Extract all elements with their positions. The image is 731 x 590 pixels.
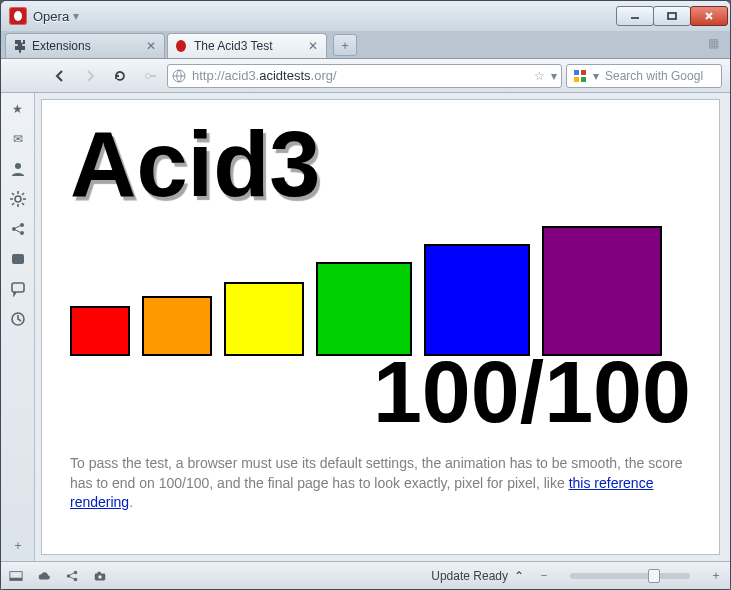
url-sub: acid3. [225,68,260,83]
svg-rect-9 [574,70,579,75]
svg-point-24 [20,223,24,227]
titlebar: Opera ▾ [1,1,730,31]
svg-point-0 [14,11,22,21]
acid3-bar-red [70,306,130,356]
globe-icon [172,69,186,83]
svg-line-37 [70,576,74,578]
tab-label: Extensions [32,39,138,53]
acid3-bar-purple [542,226,662,356]
svg-point-6 [146,73,151,78]
new-tab-button[interactable]: ＋ [333,34,357,56]
search-placeholder: Search with Googl [605,69,715,83]
side-rail: ★ ✉ ＋ [1,93,35,561]
app-window: Opera ▾ Extensions ✕ The Acid3 Test ✕ ＋ … [0,0,731,590]
zoom-in-icon[interactable]: ＋ [710,567,722,584]
tab-close-icon[interactable]: ✕ [144,39,158,53]
app-title: Opera [33,9,69,24]
minimize-button[interactable] [616,6,654,26]
close-button[interactable] [690,6,728,26]
wand-button[interactable] [137,63,163,89]
svg-point-25 [20,231,24,235]
svg-rect-28 [12,254,24,264]
zoom-slider[interactable] [570,573,690,579]
tab-strip: Extensions ✕ The Acid3 Test ✕ ＋ ▦ [1,31,730,59]
svg-line-20 [22,203,24,205]
svg-rect-40 [97,571,101,574]
app-menu-chevron-icon[interactable]: ▾ [73,9,79,23]
page-viewport: Acid3 100/100 To pass the test, a browse… [41,99,720,555]
svg-point-34 [74,570,78,574]
update-ready[interactable]: Update Ready ⌃ [431,569,524,583]
svg-rect-29 [12,283,24,292]
svg-line-22 [12,203,14,205]
svg-rect-32 [10,577,22,580]
url-scheme: http:// [192,68,225,83]
sync-icon[interactable] [65,569,79,583]
reload-button[interactable] [107,63,133,89]
puzzle-icon [12,39,26,53]
back-button[interactable] [47,63,73,89]
opera-app-icon[interactable] [9,7,27,25]
acid3-bar-blue [424,244,530,356]
svg-rect-2 [668,13,676,19]
acid3-page: Acid3 100/100 To pass the test, a browse… [42,100,719,523]
search-box[interactable]: ▾ Search with Googl [566,64,722,88]
add-panel-icon[interactable]: ＋ [10,537,26,553]
tab-acid3[interactable]: The Acid3 Test ✕ [167,33,327,58]
star-icon[interactable]: ★ [10,101,26,117]
mail-icon[interactable]: ✉ [10,131,26,147]
navbar: http://acid3.acidtests.org/ ☆ ▾ ▾ Search… [1,59,730,93]
history-icon[interactable] [10,311,26,327]
address-url: http://acid3.acidtests.org/ [192,68,528,83]
zoom-thumb[interactable] [648,569,660,583]
svg-rect-7 [150,75,156,77]
note-icon[interactable] [10,251,26,267]
svg-line-26 [15,226,20,229]
svg-line-21 [22,193,24,195]
svg-rect-10 [581,70,586,75]
svg-line-27 [15,230,20,233]
svg-point-39 [98,575,102,579]
camera-icon[interactable] [93,569,107,583]
share-icon[interactable] [10,221,26,237]
svg-rect-11 [574,77,579,82]
url-tld: .org/ [311,68,337,83]
panel-toggle-icon[interactable]: ▦ [700,30,726,56]
blurb-post: . [129,494,133,510]
window-controls [617,6,728,26]
update-ready-label: Update Ready [431,569,508,583]
panel-toggle-bottom-icon[interactable] [9,569,23,583]
address-bar[interactable]: http://acid3.acidtests.org/ ☆ ▾ [167,64,562,88]
body: ★ ✉ ＋ Acid3 [1,93,730,561]
tab-close-icon[interactable]: ✕ [306,39,320,53]
google-icon [573,69,587,83]
tab-extensions[interactable]: Extensions ✕ [5,33,165,58]
zoom-out-icon[interactable]: － [538,567,550,584]
tab-label: The Acid3 Test [194,39,300,53]
url-host: acidtests [259,68,310,83]
search-engine-chevron-icon[interactable]: ▾ [593,69,599,83]
svg-line-19 [12,193,14,195]
forward-button[interactable] [77,63,103,89]
maximize-button[interactable] [653,6,691,26]
acid3-title: Acid3 [70,118,697,210]
svg-line-36 [70,572,74,574]
acid3-score: 100/100 [70,348,697,436]
address-dropdown-icon[interactable]: ▾ [551,69,557,83]
svg-point-13 [15,163,21,169]
svg-point-14 [15,196,21,202]
chat-icon[interactable] [10,281,26,297]
acid3-bars [70,216,697,356]
update-arrow-icon: ⌃ [514,569,524,583]
cloud-icon[interactable] [37,569,51,583]
opera-icon [174,39,188,53]
gear-icon[interactable] [10,191,26,207]
acid3-bar-orange [142,296,212,356]
person-icon[interactable] [10,161,26,177]
svg-point-5 [176,40,186,52]
svg-point-35 [74,577,78,581]
svg-rect-12 [581,77,586,82]
bookmark-star-icon[interactable]: ☆ [534,69,545,83]
acid3-blurb: To pass the test, a browser must use its… [70,454,697,513]
status-bar: Update Ready ⌃ － ＋ [1,561,730,589]
